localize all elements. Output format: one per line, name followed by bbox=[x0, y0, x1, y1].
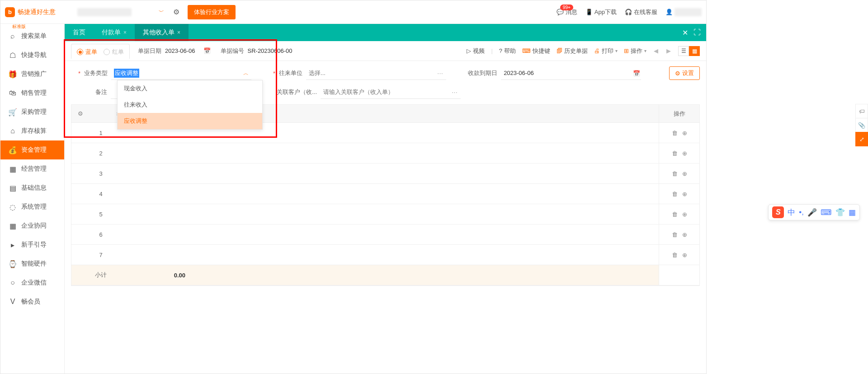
table-row[interactable]: 2 bbox=[71, 143, 659, 164]
ime-menu-icon[interactable]: ▦ bbox=[849, 208, 856, 217]
messages-link[interactable]: 99+ 💬 消息 bbox=[557, 8, 577, 16]
side-tab-attach[interactable]: 📎 bbox=[855, 118, 868, 132]
settings-icon[interactable]: ⚙ bbox=[173, 8, 179, 16]
sidebar-item[interactable]: ▤基础信息 bbox=[0, 178, 64, 197]
sidebar-item[interactable]: ⌂库存核算 bbox=[0, 122, 64, 140]
sidebar-item[interactable]: V畅会员 bbox=[0, 292, 64, 311]
next-icon[interactable]: ▶ bbox=[665, 47, 672, 54]
more-icon[interactable]: ⋯ bbox=[437, 70, 443, 77]
party-input[interactable] bbox=[306, 66, 446, 80]
row-index: 2 bbox=[90, 150, 112, 157]
settings-button[interactable]: ⚙ 设置 bbox=[669, 66, 700, 80]
sidebar-item[interactable]: ⌚智能硬件 bbox=[0, 254, 64, 273]
tab-payment[interactable]: 付款单 × bbox=[94, 24, 135, 41]
biz-type-label: 业务类型 bbox=[82, 69, 108, 77]
sidebar-item[interactable]: 💰资金管理 bbox=[0, 140, 64, 159]
tab-other-income[interactable]: 其他收入单 × bbox=[135, 24, 189, 41]
org-selector[interactable]: ﹀ bbox=[77, 8, 164, 16]
table-ops-column: 操作 🗑⊕🗑⊕🗑⊕🗑⊕🗑⊕🗑⊕🗑⊕ bbox=[659, 105, 699, 285]
sidebar-item[interactable]: ▦经营管理 bbox=[0, 159, 64, 178]
sidebar-item[interactable]: ⌕搜索菜单 bbox=[0, 27, 64, 46]
side-tab-note[interactable]: 🏷 bbox=[855, 104, 868, 118]
sidebar-item-label: 搜索菜单 bbox=[21, 32, 47, 40]
dropdown-option[interactable]: 现金收入 bbox=[118, 80, 262, 97]
add-icon[interactable]: ⊕ bbox=[682, 191, 687, 197]
add-icon[interactable]: ⊕ bbox=[682, 150, 687, 157]
gear-column-icon[interactable]: ⚙ bbox=[71, 110, 90, 117]
calendar-icon[interactable]: 📅 bbox=[203, 47, 211, 54]
sidebar-item[interactable]: 🛒采购管理 bbox=[0, 103, 64, 122]
add-icon[interactable]: ⊕ bbox=[682, 130, 687, 136]
sidebar-item[interactable]: ◌系统管理 bbox=[0, 197, 64, 216]
related-customer-input[interactable] bbox=[321, 85, 461, 99]
table-row[interactable]: 7 bbox=[71, 245, 659, 265]
sidebar-item[interactable]: ☖快捷导航 bbox=[0, 46, 64, 65]
table-row[interactable]: 3 bbox=[71, 164, 659, 184]
table-row[interactable]: 4 bbox=[71, 184, 659, 204]
biz-type-value: 应收调整 bbox=[114, 69, 139, 78]
add-icon[interactable]: ⊕ bbox=[682, 211, 687, 218]
ime-keyboard-icon[interactable]: ⌨ bbox=[821, 208, 832, 217]
biz-type-select[interactable]: 应收调整 bbox=[111, 66, 251, 80]
add-icon[interactable]: ⊕ bbox=[682, 231, 687, 238]
sidebar-item[interactable]: ○企业微信 bbox=[0, 273, 64, 292]
close-icon[interactable]: × bbox=[177, 29, 180, 36]
expand-icon[interactable]: ⛶ bbox=[693, 28, 701, 37]
doc-date-value[interactable]: 2023-06-06 bbox=[165, 47, 195, 54]
sidebar: ⌕搜索菜单☖快捷导航🎁营销推广🛍销售管理🛒采购管理⌂库存核算💰资金管理▦经营管理… bbox=[0, 24, 65, 374]
prev-icon[interactable]: ◀ bbox=[653, 47, 659, 54]
more-icon[interactable]: ⋯ bbox=[452, 89, 458, 96]
delete-icon[interactable]: 🗑 bbox=[672, 150, 678, 157]
sidebar-item[interactable]: ▸新手引导 bbox=[0, 235, 64, 254]
delete-icon[interactable]: 🗑 bbox=[672, 231, 678, 238]
add-icon[interactable]: ⊕ bbox=[682, 170, 687, 177]
close-icon[interactable]: × bbox=[123, 29, 127, 36]
help-link[interactable]: ?帮助 bbox=[499, 47, 516, 55]
ime-logo-icon[interactable]: S bbox=[772, 206, 784, 218]
sidebar-item-label: 资金管理 bbox=[21, 146, 47, 154]
keyboard-icon: ⌨ bbox=[522, 47, 531, 54]
ime-lang-icon[interactable]: 中 bbox=[788, 207, 795, 218]
dropdown-option[interactable]: 应收调整 bbox=[118, 113, 262, 129]
sidebar-item[interactable]: 🛍销售管理 bbox=[0, 84, 64, 103]
doc-type-radio-group: 蓝单 红单 bbox=[71, 44, 130, 59]
required-mark: * bbox=[78, 70, 80, 77]
sidebar-item-icon: ▸ bbox=[9, 241, 17, 249]
ime-mic-icon[interactable]: 🎤 bbox=[807, 208, 817, 217]
sidebar-item-label: 快捷导航 bbox=[21, 51, 47, 59]
delete-icon[interactable]: 🗑 bbox=[672, 191, 678, 197]
sidebar-item[interactable]: 🎁营销推广 bbox=[0, 65, 64, 84]
ime-skin-icon[interactable]: 👕 bbox=[835, 208, 845, 217]
close-all-icon[interactable]: ✕ bbox=[682, 28, 688, 37]
online-service-link[interactable]: 🎧 在线客服 bbox=[625, 8, 657, 16]
trial-button[interactable]: 体验行业方案 bbox=[188, 5, 236, 19]
delete-icon[interactable]: 🗑 bbox=[672, 130, 678, 136]
video-link[interactable]: ▷视频 bbox=[467, 47, 485, 55]
sidebar-item[interactable]: ▦企业协同 bbox=[0, 216, 64, 235]
delete-icon[interactable]: 🗑 bbox=[672, 211, 678, 218]
add-icon[interactable]: ⊕ bbox=[682, 252, 687, 258]
table-row[interactable]: 5 bbox=[71, 204, 659, 224]
radio-blue[interactable]: 蓝单 bbox=[77, 48, 97, 56]
subtotal-label: 小计 bbox=[90, 271, 112, 279]
row-index: 3 bbox=[90, 170, 112, 177]
ime-punct-icon[interactable]: •, bbox=[799, 208, 804, 217]
dropdown-option[interactable]: 往来收入 bbox=[118, 97, 262, 113]
shortcut-link[interactable]: ⌨快捷键 bbox=[522, 47, 550, 55]
view-card-button[interactable]: ▦ bbox=[689, 46, 700, 56]
radio-red-label: 红单 bbox=[112, 48, 124, 56]
print-button[interactable]: 🖨打印▾ bbox=[594, 47, 618, 55]
user-menu[interactable]: 👤 bbox=[665, 8, 702, 16]
app-download-link[interactable]: 📱 App下载 bbox=[585, 8, 617, 16]
view-list-button[interactable]: ☰ bbox=[678, 46, 689, 56]
tab-home[interactable]: 首页 bbox=[65, 24, 94, 41]
due-date-input[interactable] bbox=[501, 66, 641, 80]
history-link[interactable]: 🗐历史单据 bbox=[557, 47, 588, 55]
side-tab-expand[interactable]: ⤢ bbox=[855, 132, 868, 146]
operate-button[interactable]: ⊞操作▾ bbox=[624, 47, 646, 55]
calendar-icon[interactable]: 📅 bbox=[633, 70, 640, 77]
table-row[interactable]: 6 bbox=[71, 224, 659, 245]
radio-red[interactable]: 红单 bbox=[104, 48, 124, 56]
delete-icon[interactable]: 🗑 bbox=[672, 252, 678, 258]
delete-icon[interactable]: 🗑 bbox=[672, 170, 678, 177]
